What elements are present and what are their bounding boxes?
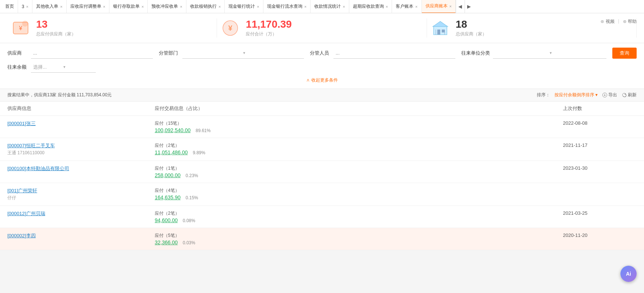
- payable-label: 应付（2笔）: [155, 142, 563, 149]
- table-row: [000001]张三 应付（15笔） 100,092,540.00 89.61%…: [0, 116, 644, 138]
- summary-payable-suppliers-text: 13 总应付供应商（家）: [36, 19, 76, 37]
- person-input[interactable]: [333, 48, 455, 59]
- payable-info: 应付（2笔） 94,600.00 0.08%: [155, 210, 563, 223]
- table-row: [000100]本特勤油品有限公司 应付（1笔） 258,000.00 0.23…: [0, 161, 644, 183]
- svg-rect-8: [442, 30, 445, 32]
- tab-label: 超期应收款查询: [353, 3, 384, 10]
- close-icon[interactable]: ×: [60, 4, 62, 9]
- summary-actions: ⊙ 视频 | ⊙ 帮助: [601, 18, 637, 25]
- close-icon[interactable]: ×: [141, 4, 144, 9]
- payable-amount[interactable]: 94,600.00: [155, 217, 178, 223]
- chevron-down-icon: ▾: [595, 92, 598, 97]
- category-filter-label: 往来单位分类: [461, 50, 490, 56]
- supplier-link[interactable]: [001]广州荣轩: [7, 188, 37, 193]
- payable-info: 应付（15笔） 100,092,540.00 89.61%: [155, 120, 563, 133]
- close-icon[interactable]: ×: [304, 4, 307, 9]
- payable-label: 应付（2笔）: [155, 210, 563, 217]
- payable-amount[interactable]: 100,092,540.00: [155, 127, 190, 133]
- nav-tab-advance-payment[interactable]: 预收冲应收单 ×: [148, 0, 186, 13]
- nav-prev-arrow[interactable]: ◀: [456, 0, 465, 13]
- search-button[interactable]: 查询: [612, 48, 637, 59]
- payable-amount[interactable]: 164,635.90: [155, 194, 181, 200]
- supplier-link[interactable]: [000001]张三: [7, 121, 36, 126]
- payable-amount-row: 258,000.00 0.23%: [155, 172, 563, 178]
- dept-select[interactable]: ▾: [182, 48, 304, 59]
- supplier-sub: 王通 17106110000: [7, 150, 155, 156]
- nav-tab-3[interactable]: 3 ×: [18, 0, 32, 13]
- nav-next-arrow[interactable]: ▶: [465, 0, 473, 13]
- payable-label: 应付（4笔）: [155, 187, 563, 194]
- tab-label: 预收冲应收单: [151, 3, 178, 10]
- close-icon[interactable]: ×: [103, 4, 105, 9]
- nav-tab-cash-bank-stat[interactable]: 现金银行统计 ×: [225, 0, 263, 13]
- payable-suppliers-label: 总应付供应商（家）: [36, 31, 76, 37]
- supplier-cell: [001]广州荣轩 仔仔: [7, 187, 155, 201]
- supplier-cell: [000012]广州贝瑞: [7, 210, 155, 217]
- close-icon[interactable]: ×: [386, 4, 388, 9]
- close-icon[interactable]: ×: [415, 4, 417, 9]
- payable-cell: 应付（4笔） 164,635.90 0.15%: [155, 187, 563, 200]
- tab-label: 现金银行统计: [228, 3, 255, 10]
- close-icon[interactable]: ×: [218, 4, 221, 9]
- chevron-down-icon: ▾: [63, 65, 94, 69]
- nav-tab-ar-ap-adjust[interactable]: 应收应付调整单 ×: [67, 0, 109, 13]
- payable-amount[interactable]: 258,000.00: [155, 172, 181, 178]
- nav-tab-other-income[interactable]: 其他收入单 ×: [32, 0, 66, 13]
- close-icon[interactable]: ×: [343, 4, 345, 9]
- supplier-link[interactable]: [000002]李四: [7, 233, 36, 238]
- svg-rect-7: [437, 30, 440, 35]
- payable-total-number: 11,170.39: [246, 19, 292, 30]
- dept-filter-label: 分管部门: [159, 50, 179, 56]
- balance-select[interactable]: 选择... ▾: [31, 62, 96, 73]
- video-link[interactable]: ⊙ 视频: [601, 18, 614, 25]
- close-icon[interactable]: ×: [449, 4, 452, 8]
- nav-tab-customer-ledger[interactable]: 客户账本 ×: [392, 0, 421, 13]
- nav-tab-overdue-query[interactable]: 超期应收款查询 ×: [349, 0, 392, 13]
- supplier-link[interactable]: [000100]本特勤油品有限公司: [7, 166, 69, 171]
- export-icon: [602, 93, 607, 98]
- svg-text:¥: ¥: [228, 24, 233, 32]
- payable-amount[interactable]: 11,051,486.00: [155, 149, 188, 155]
- payable-percent: 0.03%: [183, 240, 195, 245]
- supplier-sub: 仔仔: [7, 195, 155, 201]
- tab-label: 收款核销执行: [190, 3, 217, 10]
- table-row: [000007]恒旺二手叉车 王通 17106110000 应付（2笔） 11,…: [0, 138, 644, 161]
- help-link[interactable]: ⊙ 帮助: [623, 18, 637, 25]
- summary-payable-total-text: 11,170.39 应付合计（万）: [246, 19, 292, 37]
- close-icon[interactable]: ×: [26, 4, 28, 9]
- nav-tab-home[interactable]: 首页: [1, 0, 18, 13]
- close-icon[interactable]: ×: [180, 4, 182, 9]
- tab-label: 应收应付调整单: [70, 3, 101, 10]
- refresh-button[interactable]: 刷新: [622, 92, 637, 98]
- collapse-button[interactable]: ∧ 收起更多条件: [7, 76, 637, 86]
- last-pay-date: 2020-11-20: [563, 232, 588, 238]
- payable-cell: 应付（1笔） 258,000.00 0.23%: [155, 165, 563, 178]
- sort-select[interactable]: 按应付余额倒序排序 ▾: [554, 92, 598, 98]
- payable-cell: 应付（2笔） 11,051,486.00 9.89%: [155, 142, 563, 155]
- payable-suppliers-number: 13: [36, 19, 76, 30]
- top-navigation: 首页 3 × 其他收入单 × 应收应付调整单 × 银行存取款单 × 预收冲应收单…: [0, 0, 644, 13]
- nav-tab-bank-deposit[interactable]: 银行存取款单 ×: [109, 0, 148, 13]
- category-select[interactable]: ▾: [493, 48, 607, 59]
- chevron-down-icon: ▾: [550, 51, 604, 55]
- payable-amount-row: 94,600.00 0.08%: [155, 217, 563, 223]
- nav-tab-payment-execute[interactable]: 收款核销执行 ×: [186, 0, 225, 13]
- supplier-link[interactable]: [000012]广州贝瑞: [7, 211, 45, 216]
- svg-text:¥: ¥: [19, 25, 22, 31]
- payable-amount[interactable]: 32,366.00: [155, 239, 178, 245]
- filter-row-2: 往来余额 选择... ▾: [7, 62, 637, 73]
- payable-info: 应付（4笔） 164,635.90 0.15%: [155, 187, 563, 200]
- filter-supplier: 供应商: [7, 48, 153, 59]
- close-icon[interactable]: ×: [257, 4, 259, 9]
- payable-percent: 89.61%: [196, 128, 211, 133]
- last-pay-cell: 2021-03-25: [563, 210, 637, 216]
- nav-tab-cash-flow-query[interactable]: 现金银行流水查询 ×: [263, 0, 311, 13]
- supplier-input[interactable]: [31, 48, 153, 59]
- last-pay-date: 2022-08-08: [563, 120, 588, 126]
- person-filter-label: 分管人员: [310, 50, 330, 56]
- export-button[interactable]: 导出: [602, 92, 617, 98]
- nav-tab-supplier-ledger[interactable]: 供应商账本 ×: [422, 0, 456, 13]
- filter-section: 供应商 分管部门 ▾ 分管人员 往来单位分类 ▾ 查询: [0, 43, 644, 89]
- nav-tab-receipt-stat[interactable]: 收款情况统计 ×: [311, 0, 349, 13]
- supplier-link[interactable]: [000007]恒旺二手叉车: [7, 143, 55, 148]
